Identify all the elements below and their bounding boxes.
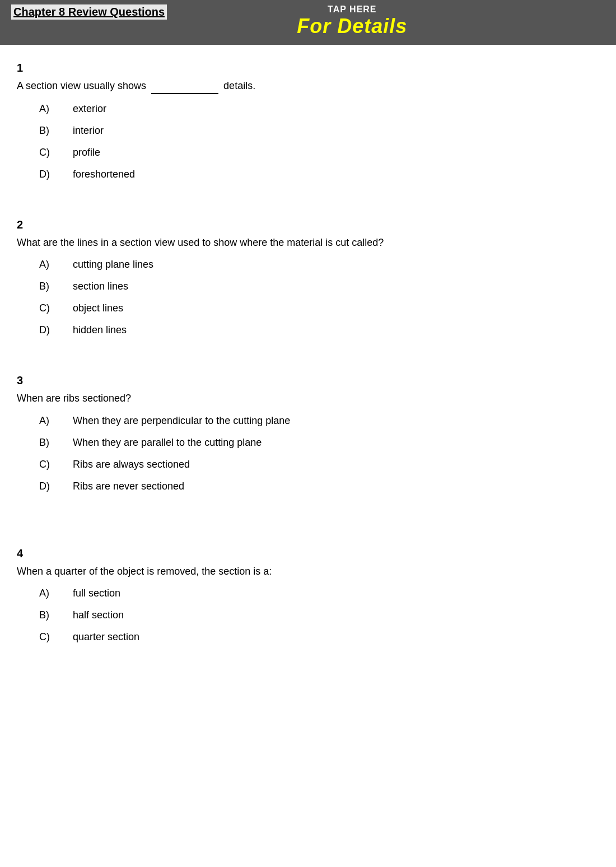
blank-1 [151,79,218,94]
option-3c-text: Ribs are always sectioned [73,459,190,470]
option-1d-letter: D) [39,169,73,180]
option-1c-letter: C) [39,147,73,159]
option-4a-letter: A) [39,588,73,599]
option-4c[interactable]: C) quarter section [39,631,599,643]
tap-here-banner[interactable]: TAP HERE For Details [297,4,407,38]
option-1d[interactable]: D) foreshortened [39,169,599,180]
option-2a[interactable]: A) cutting plane lines [39,259,599,271]
option-2d-letter: D) [39,324,73,336]
question-1: 1 A section view usually shows details. … [17,62,599,180]
option-3b-letter: B) [39,437,73,449]
option-2a-letter: A) [39,259,73,271]
option-4b-text: half section [73,609,124,621]
tap-here-top-text: TAP HERE [297,4,407,15]
divider-2-3 [17,346,599,363]
question-4-number: 4 [17,547,599,560]
question-3-number: 3 [17,374,599,387]
option-3b-text: When they are parallel to the cutting pl… [73,437,262,449]
divider-3-4b [17,519,599,536]
option-3a-letter: A) [39,415,73,427]
question-2-number: 2 [17,218,599,231]
question-2-text: What are the lines in a section view use… [17,236,599,250]
question-3: 3 When are ribs sectioned? A) When they … [17,374,599,492]
option-1b[interactable]: B) interior [39,125,599,137]
question-4: 4 When a quarter of the object is remove… [17,547,599,643]
option-2a-text: cutting plane lines [73,259,153,271]
option-2b[interactable]: B) section lines [39,281,599,292]
option-2d-text: hidden lines [73,324,127,336]
question-3-text: When are ribs sectioned? [17,391,599,405]
option-1c[interactable]: C) profile [39,147,599,159]
option-3d-letter: D) [39,481,73,492]
divider-3-4 [17,502,599,519]
question-1-number: 1 [17,62,599,74]
question-2-options: A) cutting plane lines B) section lines … [39,259,599,336]
option-1b-letter: B) [39,125,73,137]
option-2d[interactable]: D) hidden lines [39,324,599,336]
question-2: 2 What are the lines in a section view u… [17,218,599,336]
option-2b-text: section lines [73,281,128,292]
option-2c[interactable]: C) object lines [39,302,599,314]
tap-here-main-text: For Details [297,15,407,38]
question-3-options: A) When they are perpendicular to the cu… [39,415,599,492]
option-3d[interactable]: D) Ribs are never sectioned [39,481,599,492]
option-2c-text: object lines [73,302,123,314]
option-2b-letter: B) [39,281,73,292]
option-1c-text: profile [73,147,100,159]
option-1b-text: interior [73,125,104,137]
option-4a-text: full section [73,588,120,599]
option-3a[interactable]: A) When they are perpendicular to the cu… [39,415,599,427]
option-3c[interactable]: C) Ribs are always sectioned [39,459,599,470]
option-1a-letter: A) [39,103,73,115]
question-1-text: A section view usually shows details. [17,79,599,94]
option-4b[interactable]: B) half section [39,609,599,621]
option-3b[interactable]: B) When they are parallel to the cutting… [39,437,599,449]
option-2c-letter: C) [39,302,73,314]
option-1a[interactable]: A) exterior [39,103,599,115]
option-3a-text: When they are perpendicular to the cutti… [73,415,290,427]
chapter-title: Chapter 8 Review Questions [11,4,167,20]
divider-1-2 [17,190,599,207]
option-4c-letter: C) [39,631,73,643]
question-1-options: A) exterior B) interior C) profile D) fo… [39,103,599,180]
option-4c-text: quarter section [73,631,139,643]
option-1a-text: exterior [73,103,106,115]
question-4-text: When a quarter of the object is removed,… [17,565,599,579]
question-4-options: A) full section B) half section C) quart… [39,588,599,643]
content-area: 1 A section view usually shows details. … [0,45,616,670]
header-bar: Chapter 8 Review Questions TAP HERE For … [0,0,616,45]
option-4a[interactable]: A) full section [39,588,599,599]
option-4b-letter: B) [39,609,73,621]
option-3c-letter: C) [39,459,73,470]
option-1d-text: foreshortened [73,169,135,180]
option-3d-text: Ribs are never sectioned [73,481,184,492]
